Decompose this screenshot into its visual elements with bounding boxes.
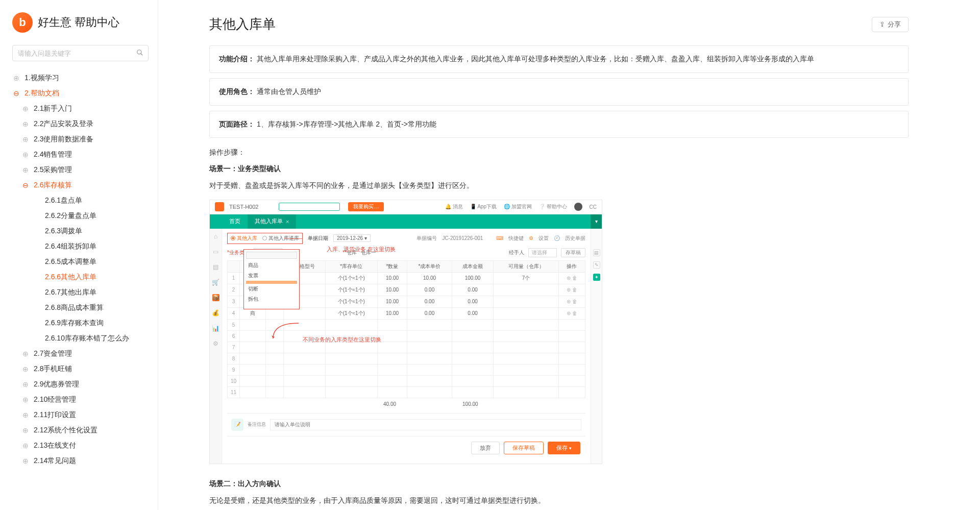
rail-icon[interactable]: 📊 (212, 325, 219, 332)
nav-item-22[interactable]: ⊕2.2产品安装及登录 (21, 116, 149, 132)
tool-label: 设置 (538, 235, 549, 242)
plus-icon: ⊕ (21, 411, 30, 419)
steps-label: 操作步骤： (209, 148, 909, 157)
close-icon[interactable]: × (286, 218, 289, 225)
table-row-empty[interactable]: 7 (228, 342, 585, 353)
nav-item-25[interactable]: ⊕2.5采购管理 (21, 162, 149, 178)
nav-leaf-269[interactable]: 2.6.9库存账本查询 (45, 315, 149, 331)
ss-tabs-more-icon[interactable]: ▾ (591, 214, 602, 229)
dropdown-item[interactable]: 发票 (246, 271, 297, 281)
nav-label: 2.12系统个性化设置 (34, 426, 97, 435)
nav-item-26[interactable]: ⊖2.6库存核算 (21, 178, 149, 193)
share-icon: ⇪ (879, 20, 885, 28)
row-actions[interactable]: ⊕ 🗑 (558, 307, 585, 319)
intro-box: 功能介绍：其他入库单用来处理除采购入库、产成品入库之外的其他入库业务，因此其他入… (209, 45, 909, 73)
nav-leaf-267[interactable]: 2.6.7其他出库单 (45, 285, 149, 300)
nav-leaf-265[interactable]: 2.6.5成本调整单 (45, 254, 149, 270)
rail-icon[interactable]: 🛒 (212, 279, 219, 286)
nav-item-28[interactable]: ⊕2.8手机旺铺 (21, 361, 149, 377)
plus-icon: ⊕ (21, 380, 30, 388)
table-row-empty[interactable]: 11 (228, 386, 585, 398)
nav-leaf-2610[interactable]: 2.6.10库存账本错了怎么办 (45, 331, 149, 346)
sidebar: b 好生意 帮助中心 ⊕1.视频学习 ⊖2.帮助文档 ⊕2.1新手入门 ⊕2.2… (0, 0, 158, 510)
ss-link-label: 加盟官网 (511, 204, 532, 209)
nav-leaf-263[interactable]: 2.6.3调拨单 (45, 224, 149, 239)
discard-button[interactable]: 放弃 (471, 442, 500, 454)
nav-leaf-262[interactable]: 2.6.2分量盘点单 (45, 208, 149, 224)
ss-top-link[interactable]: 🌐 加盟官网 (504, 203, 532, 210)
nav-item-21[interactable]: ⊕2.1新手入门 (21, 101, 149, 116)
ss-search-input[interactable] (279, 203, 340, 211)
table-header: 操作 (558, 260, 585, 272)
row-actions[interactable]: ⊕ 🗑 (558, 296, 585, 307)
ss-buy-button[interactable]: 我要购买… (348, 202, 384, 211)
nav-item-214[interactable]: ⊕2.14常见问题 (21, 453, 149, 469)
nav-item-video[interactable]: ⊕1.视频学习 (12, 70, 149, 86)
rail-btn[interactable]: ✎ (593, 261, 600, 269)
nav-item-27[interactable]: ⊕2.7资金管理 (21, 346, 149, 361)
history-icon[interactable]: 🕘 (554, 235, 560, 241)
nav-label: 2.8手机旺铺 (34, 365, 72, 374)
rail-icon[interactable]: ▤ (212, 263, 219, 271)
rail-icon[interactable]: ⚙ (212, 340, 219, 347)
rail-icon[interactable]: ⌂ (212, 233, 219, 240)
dropdown-item[interactable]: 切断 (246, 284, 297, 294)
nav-leaf-266[interactable]: 2.6.6其他入库单 (45, 270, 149, 285)
row-actions[interactable]: ⊕ 🗑 (558, 272, 585, 284)
nav-leaf-264[interactable]: 2.6.4组装拆卸单 (45, 239, 149, 254)
rail-icon[interactable]: 💰 (212, 309, 219, 317)
nav-leaf-261[interactable]: 2.6.1盘点单 (45, 193, 149, 208)
nav-item-29[interactable]: ⊕2.9优惠券管理 (21, 377, 149, 392)
nav-item-docs[interactable]: ⊖2.帮助文档 (12, 86, 149, 101)
nav-label: 2.13在线支付 (34, 441, 76, 450)
gear-icon[interactable]: ⚙ (529, 235, 533, 241)
remark-input[interactable] (270, 419, 581, 430)
nav-item-213[interactable]: ⊕2.13在线支付 (21, 438, 149, 453)
nav-item-211[interactable]: ⊕2.11打印设置 (21, 407, 149, 423)
main-content: 其他入库单 ⇪ 分享 功能介绍：其他入库单用来处理除采购入库、产成品入库之外的其… (158, 0, 944, 510)
scene1-title: 场景一：业务类型确认 (209, 164, 909, 174)
table-row-empty[interactable]: 10 (228, 375, 585, 386)
nav-label: 2.9优惠券管理 (34, 380, 79, 389)
ss-top-link[interactable]: 📱 App下载 (470, 203, 497, 210)
ss-footer: 放弃 保存草稿 保存 (227, 436, 585, 459)
search-input[interactable] (12, 45, 149, 61)
table-row-empty[interactable]: 9 (228, 364, 585, 375)
total-qty: 40.00 (383, 401, 396, 407)
radio-in[interactable]: 其他入库 (231, 235, 257, 242)
shortcut-icon[interactable]: ⌨ (496, 235, 503, 241)
ss-tab-current[interactable]: 其他入库单× (248, 214, 296, 229)
plus-icon: ⊕ (21, 135, 30, 143)
plus-icon: ⊕ (21, 457, 30, 465)
share-button[interactable]: ⇪ 分享 (872, 17, 909, 32)
avatar-icon[interactable] (574, 203, 582, 211)
nav-item-210[interactable]: ⊕2.10经营管理 (21, 392, 149, 407)
handler-select[interactable]: 请选择 (528, 248, 557, 257)
date-input[interactable]: 2019-12-26 ▾ (333, 234, 371, 242)
nav-tree: ⊕1.视频学习 ⊖2.帮助文档 ⊕2.1新手入门 ⊕2.2产品安装及登录 ⊕2.… (12, 70, 149, 469)
plus-icon: ⊕ (21, 442, 30, 450)
save-button[interactable]: 保存 (548, 442, 580, 454)
rail-btn[interactable]: ▤ (593, 249, 600, 256)
row-actions[interactable]: ⊕ 🗑 (558, 284, 585, 296)
ss-logo-icon (215, 202, 224, 211)
nav-item-23[interactable]: ⊕2.3使用前数据准备 (21, 132, 149, 147)
dropdown-search[interactable] (246, 252, 297, 259)
rail-icon-active[interactable]: 📦 (212, 294, 219, 301)
role-label: 使用角色： (219, 87, 255, 95)
ss-tab-home[interactable]: 首页 (222, 214, 248, 229)
dropdown-item[interactable]: 拆包 (246, 294, 297, 304)
scene2-title: 场景二：出入方向确认 (209, 479, 909, 489)
save-draft-button[interactable]: 保存草稿 (504, 442, 544, 454)
dropdown-item[interactable]: 商品 (246, 260, 297, 271)
annotation-box-2: 商品 发票 切断 拆包 (243, 249, 300, 309)
ss-top-link[interactable]: ❔ 帮助中心 (539, 203, 567, 210)
rail-icon[interactable]: ▭ (212, 248, 219, 255)
draft-mini-button[interactable]: 存草稿 (561, 248, 585, 257)
ss-top-link[interactable]: 🔔 消息 (445, 203, 463, 210)
nav-leaf-268[interactable]: 2.6.8商品成本重算 (45, 300, 149, 315)
rail-btn-active[interactable]: ✦ (593, 274, 600, 281)
nav-item-212[interactable]: ⊕2.12系统个性化设置 (21, 423, 149, 438)
nav-item-24[interactable]: ⊕2.4销售管理 (21, 147, 149, 162)
table-row-empty[interactable]: 8 (228, 353, 585, 364)
